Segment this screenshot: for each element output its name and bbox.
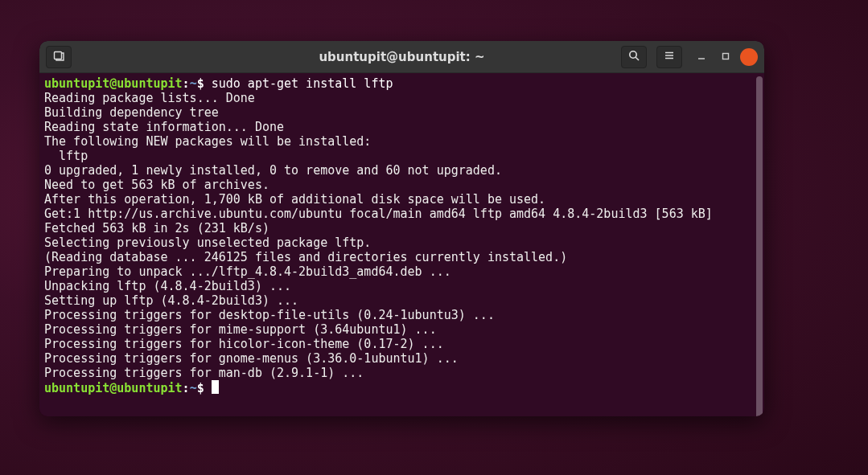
svg-line-2 bbox=[636, 57, 639, 60]
output-line: Reading state information... Done bbox=[44, 120, 284, 134]
svg-rect-0 bbox=[55, 51, 62, 59]
output-line: Get:1 http://us.archive.ubuntu.com/ubunt… bbox=[44, 207, 713, 221]
maximize-button[interactable] bbox=[716, 47, 735, 67]
output-line: Processing triggers for mime-support (3.… bbox=[44, 322, 437, 337]
prompt-colon: : bbox=[183, 381, 190, 395]
close-button[interactable] bbox=[740, 48, 758, 66]
prompt-dollar: $ bbox=[197, 381, 204, 395]
svg-rect-7 bbox=[723, 54, 729, 59]
prompt-path: ~ bbox=[190, 76, 197, 91]
terminal-body[interactable]: ubuntupit@ubuntupit:~$ sudo apt-get inst… bbox=[39, 73, 764, 416]
minimize-button[interactable] bbox=[692, 47, 711, 67]
output-line: Reading package lists... Done bbox=[44, 91, 255, 105]
output-line: Processing triggers for man-db (2.9.1-1)… bbox=[44, 366, 364, 380]
search-button[interactable] bbox=[621, 46, 647, 68]
new-tab-button[interactable] bbox=[46, 46, 72, 68]
output-line: After this operation, 1,700 kB of additi… bbox=[44, 192, 545, 207]
prompt-user-host: ubuntupit@ubuntupit bbox=[44, 76, 183, 91]
output-line: Preparing to unpack .../lftp_4.8.4-2buil… bbox=[44, 264, 451, 279]
window-title: ubuntupit@ubuntupit: ~ bbox=[319, 50, 484, 64]
output-line: Building dependency tree bbox=[44, 105, 219, 120]
scrollbar[interactable] bbox=[756, 76, 763, 416]
titlebar: ubuntupit@ubuntupit: ~ bbox=[39, 41, 764, 73]
hamburger-icon bbox=[663, 49, 676, 65]
prompt-dollar: $ bbox=[197, 76, 204, 91]
command-text: sudo apt-get install lftp bbox=[212, 76, 393, 91]
output-line: Unpacking lftp (4.8.4-2build3) ... bbox=[44, 279, 291, 293]
output-line: Fetched 563 kB in 2s (231 kB/s) bbox=[44, 221, 269, 235]
prompt-path: ~ bbox=[190, 381, 197, 395]
terminal-content: ubuntupit@ubuntupit:~$ sudo apt-get inst… bbox=[39, 73, 764, 399]
output-line: (Reading database ... 246125 files and d… bbox=[44, 250, 567, 264]
scrollbar-thumb[interactable] bbox=[756, 76, 763, 416]
new-tab-icon bbox=[52, 49, 65, 65]
output-line: Processing triggers for hicolor-icon-the… bbox=[44, 337, 444, 351]
output-line: The following NEW packages will be insta… bbox=[44, 134, 371, 149]
minimize-icon bbox=[697, 49, 706, 64]
output-line: lftp bbox=[44, 149, 88, 163]
output-line: Processing triggers for desktop-file-uti… bbox=[44, 308, 495, 322]
output-line: 0 upgraded, 1 newly installed, 0 to remo… bbox=[44, 163, 502, 178]
terminal-window: ubuntupit@ubuntupit: ~ bbox=[39, 41, 764, 416]
output-line: Setting up lftp (4.8.4-2build3) ... bbox=[44, 293, 298, 308]
prompt-colon: : bbox=[183, 76, 190, 91]
prompt-user-host: ubuntupit@ubuntupit bbox=[44, 381, 183, 395]
titlebar-right bbox=[621, 46, 758, 68]
maximize-icon bbox=[721, 49, 730, 64]
output-line: Processing triggers for gnome-menus (3.3… bbox=[44, 351, 459, 366]
search-icon bbox=[627, 49, 640, 65]
output-line: Selecting previously unselected package … bbox=[44, 235, 371, 250]
menu-button[interactable] bbox=[656, 46, 682, 68]
cursor bbox=[212, 380, 219, 394]
svg-point-1 bbox=[630, 51, 636, 57]
output-line: Need to get 563 kB of archives. bbox=[44, 178, 269, 192]
